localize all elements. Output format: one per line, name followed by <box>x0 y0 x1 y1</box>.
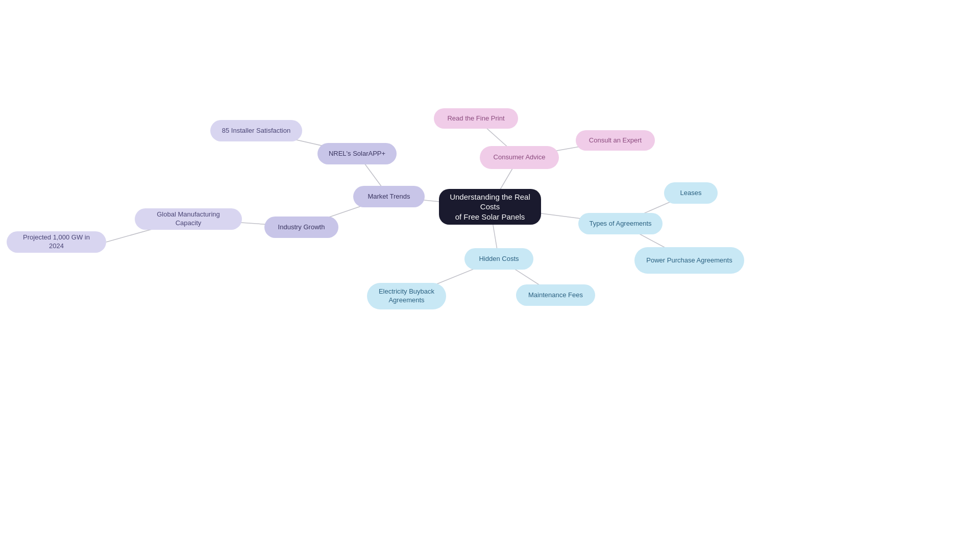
center-node[interactable]: Understanding the Real Costs of Free Sol… <box>439 189 541 225</box>
global-manufacturing-node[interactable]: Global Manufacturing Capacity <box>135 208 242 230</box>
market-trends-node[interactable]: Market Trends <box>353 186 425 207</box>
center-label: Understanding the Real Costs of Free Sol… <box>449 192 531 222</box>
power-purchase-node[interactable]: Power Purchase Agreements <box>634 247 744 274</box>
installer-satisfaction-node[interactable]: 85 Installer Satisfaction <box>210 120 302 141</box>
industry-growth-node[interactable]: Industry Growth <box>264 217 338 238</box>
market-trends-label: Market Trends <box>368 193 410 201</box>
consumer-advice-label: Consumer Advice <box>494 153 546 162</box>
types-agreements-label: Types of Agreements <box>589 220 651 228</box>
read-fine-print-node[interactable]: Read the Fine Print <box>434 108 518 129</box>
industry-growth-label: Industry Growth <box>278 223 325 232</box>
projected-node[interactable]: Projected 1,000 GW in 2024 <box>7 231 106 253</box>
installer-satisfaction-label: 85 Installer Satisfaction <box>222 127 290 135</box>
global-manufacturing-label: Global Manufacturing Capacity <box>145 210 232 228</box>
leases-label: Leases <box>680 189 702 198</box>
nrel-solar-label: NREL's SolarAPP+ <box>329 150 385 158</box>
maintenance-fees-label: Maintenance Fees <box>528 291 583 300</box>
projected-label: Projected 1,000 GW in 2024 <box>17 233 96 251</box>
leases-node[interactable]: Leases <box>664 182 718 204</box>
nrel-solar-node[interactable]: NREL's SolarAPP+ <box>317 143 397 164</box>
maintenance-fees-node[interactable]: Maintenance Fees <box>516 284 595 306</box>
electricity-buyback-node[interactable]: Electricity Buyback Agreements <box>367 283 446 309</box>
consult-expert-label: Consult an Expert <box>589 136 642 145</box>
hidden-costs-node[interactable]: Hidden Costs <box>464 248 533 270</box>
read-fine-print-label: Read the Fine Print <box>447 114 504 123</box>
electricity-buyback-label: Electricity Buyback Agreements <box>379 287 434 305</box>
consult-expert-node[interactable]: Consult an Expert <box>576 130 655 151</box>
types-agreements-node[interactable]: Types of Agreements <box>578 213 663 234</box>
power-purchase-label: Power Purchase Agreements <box>646 256 732 265</box>
consumer-advice-node[interactable]: Consumer Advice <box>480 146 559 169</box>
hidden-costs-label: Hidden Costs <box>479 255 519 263</box>
